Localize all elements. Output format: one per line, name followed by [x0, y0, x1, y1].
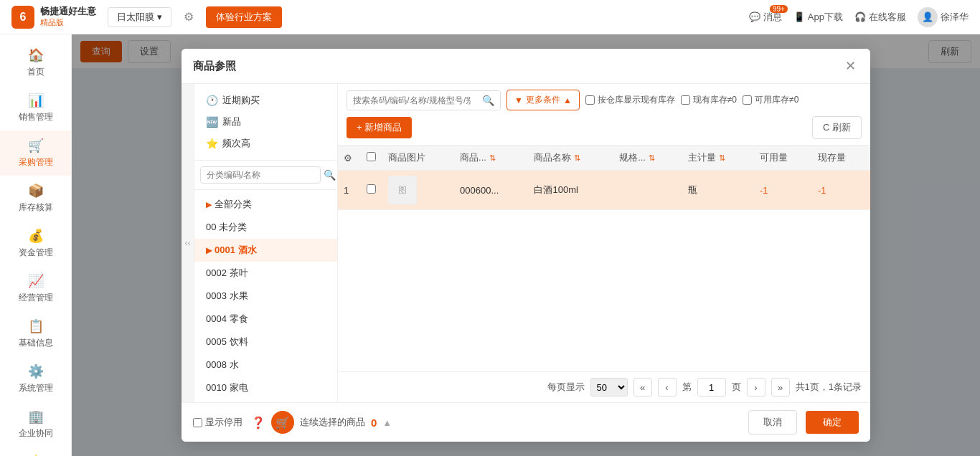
logo-icon: 6	[11, 6, 34, 29]
cancel-button[interactable]: 取消	[748, 410, 797, 434]
star-icon: ⭐	[206, 138, 218, 149]
headset-icon: 🎧	[854, 11, 866, 22]
unit-col-header[interactable]: 主计量 ⇅	[682, 146, 754, 171]
usable-stock-checkbox[interactable]: 可用库存≠0	[743, 94, 798, 106]
main-layout: 🏠 首页 📊 销售管理 🛒 采购管理 📦 库存核算 💰 资金管理 📈 经营管理 …	[0, 34, 980, 456]
message-icon: 💬	[749, 11, 760, 22]
chevron-up-cart-icon[interactable]: ▲	[382, 417, 392, 428]
category-item-00[interactable]: 00 未分类	[194, 216, 337, 239]
show-disabled-checkbox[interactable]: 显示停用	[193, 416, 242, 429]
product-table-body: 1 图 000600... 白酒100ml 瓶	[338, 171, 870, 210]
sidebar-item-system[interactable]: ⚙️ 系统管理	[0, 356, 71, 402]
logo-text: 畅捷通好生意 精品版	[40, 6, 96, 28]
settings-icon[interactable]: ⚙	[177, 6, 200, 29]
more-filters-button[interactable]: ▼ 更多条件 ▲	[507, 90, 580, 110]
system-icon: ⚙️	[28, 364, 44, 379]
table-row[interactable]: 1 图 000600... 白酒100ml 瓶	[338, 171, 870, 210]
spec-col-header[interactable]: 规格... ⇅	[613, 146, 682, 171]
collab-icon: 🏢	[28, 409, 44, 424]
row-code-cell: 000600...	[454, 171, 528, 210]
category-search-input[interactable]	[200, 166, 321, 184]
cart-count: 0	[371, 417, 377, 429]
app-download-button[interactable]: 📱 App下载	[793, 11, 843, 24]
sidebar-item-finance[interactable]: 💰 资金管理	[0, 221, 71, 266]
company-dropdown[interactable]: 日太阳膜 ▾	[108, 7, 171, 27]
finance-icon: 💰	[28, 228, 44, 244]
purchase-icon: 🛒	[28, 138, 44, 153]
category-item-0003[interactable]: 0003 水果	[194, 285, 337, 308]
code-col-header[interactable]: 商品... ⇅	[454, 146, 528, 171]
warehouse-display-checkbox[interactable]: 按仓库显示现有库存	[585, 94, 675, 106]
modal-header: 商品参照 ✕	[182, 49, 870, 84]
row-image-cell: 图	[382, 171, 454, 210]
recent-purchases-tab[interactable]: 🕐 近期购买	[200, 90, 331, 111]
sidebar-item-inventory[interactable]: 📦 库存核算	[0, 176, 71, 221]
first-page-button[interactable]: «	[633, 378, 652, 396]
modal-overlay: 商品参照 ✕ ‹‹ 🕐 近期购买	[72, 34, 980, 456]
category-all[interactable]: ▶ 全部分类	[194, 193, 337, 216]
product-image: 图	[388, 176, 417, 204]
category-item-0008[interactable]: 0008 水	[194, 353, 337, 376]
row-checkbox-cell	[361, 171, 382, 210]
chevron-down-icon: ▾	[157, 11, 162, 22]
mobile-icon: 📱	[793, 11, 805, 22]
unit-sort-icon: ⇅	[719, 153, 725, 162]
product-search-input[interactable]	[347, 92, 476, 109]
product-search-box: 🔍	[347, 90, 501, 110]
new-products-tab[interactable]: 🆕 新品	[200, 111, 331, 133]
product-search-button[interactable]: 🔍	[476, 91, 500, 110]
sidebar-item-collab[interactable]: 🏢 企业协同	[0, 402, 71, 447]
trial-button[interactable]: 体验行业方案	[206, 6, 282, 28]
product-area: 🔍 ▼ 更多条件 ▲ 按仓库显示现有库存	[338, 84, 870, 402]
category-item-0005[interactable]: 0005 饮料	[194, 331, 337, 353]
operations-icon: 📈	[28, 273, 44, 289]
chevron-up-icon: ▲	[563, 95, 572, 105]
sidebar-item-basics[interactable]: 📋 基础信息	[0, 311, 71, 356]
name-col-header[interactable]: 商品名称 ⇅	[528, 146, 613, 171]
sidebar-item-sales[interactable]: 📊 销售管理	[0, 85, 71, 130]
refresh-button[interactable]: C 刷新	[812, 116, 862, 139]
message-badge: 99+	[770, 5, 788, 13]
modal-body: ‹‹ 🕐 近期购买 🆕 新品	[182, 84, 870, 402]
sales-icon: 📊	[28, 92, 44, 108]
messages-button[interactable]: 💬 消息 99+	[749, 11, 782, 24]
row-checkbox[interactable]	[367, 184, 376, 194]
category-list: ▶ 全部分类 00 未分类 ▶ 0001 酒水 0002 茶	[194, 190, 337, 402]
last-page-button[interactable]: »	[771, 378, 790, 396]
modal-footer: 显示停用 ❓ 🛒 连续选择的商品 0 ▲ 取消 确定	[182, 402, 870, 442]
sidebar-item-guide[interactable]: 🌟 新手引导	[0, 447, 71, 456]
row-unit-cell: 瓶	[682, 171, 754, 210]
user-profile[interactable]: 👤 徐泽华	[918, 7, 969, 27]
sidebar-item-operations[interactable]: 📈 经营管理	[0, 266, 71, 311]
sidebar-item-purchase[interactable]: 🛒 采购管理	[0, 130, 71, 176]
category-item-0002[interactable]: 0002 茶叶	[194, 262, 337, 285]
sidebar-item-home[interactable]: 🏠 首页	[0, 40, 71, 85]
available-stock-checkbox[interactable]: 现有库存≠0	[681, 94, 737, 106]
page-number-input[interactable]	[697, 378, 726, 396]
modal-close-button[interactable]: ✕	[842, 57, 859, 75]
product-reference-modal: 商品参照 ✕ ‹‹ 🕐 近期购买	[182, 49, 870, 442]
chevron-left-icon: ‹‹	[185, 238, 191, 248]
frequent-tab[interactable]: ⭐ 频次高	[200, 133, 331, 154]
prev-page-button[interactable]: ‹	[658, 378, 677, 396]
next-page-button[interactable]: ›	[747, 378, 765, 396]
confirm-button[interactable]: 确定	[806, 411, 859, 434]
category-search: 🔍	[194, 161, 337, 190]
category-search-icon[interactable]: 🔍	[324, 169, 336, 181]
product-toolbar: 🔍 ▼ 更多条件 ▲ 按仓库显示现有库存	[338, 84, 870, 146]
inventory-icon: 📦	[28, 183, 44, 199]
category-item-0010[interactable]: 0010 家电	[194, 376, 337, 399]
category-item-0001[interactable]: ▶ 0001 酒水	[194, 239, 337, 262]
add-product-button[interactable]: + 新增商品	[347, 117, 412, 138]
expand-icon: ▶	[206, 200, 212, 209]
category-sidebar: 🕐 近期购买 🆕 新品 ⭐ 频次高	[194, 84, 338, 402]
nav-right: 💬 消息 99+ 📱 App下载 🎧 在线客服 👤 徐泽华	[749, 7, 969, 27]
code-sort-icon: ⇅	[489, 153, 496, 162]
sidebar-collapse-button[interactable]: ‹‹	[182, 84, 194, 402]
online-service-button[interactable]: 🎧 在线客服	[854, 11, 906, 24]
category-item-0004[interactable]: 0004 零食	[194, 308, 337, 331]
select-all-checkbox[interactable]	[367, 152, 376, 161]
spec-sort-icon: ⇅	[649, 153, 655, 162]
select-all-col	[361, 146, 382, 171]
per-page-select[interactable]: 20 50 100	[590, 378, 628, 396]
